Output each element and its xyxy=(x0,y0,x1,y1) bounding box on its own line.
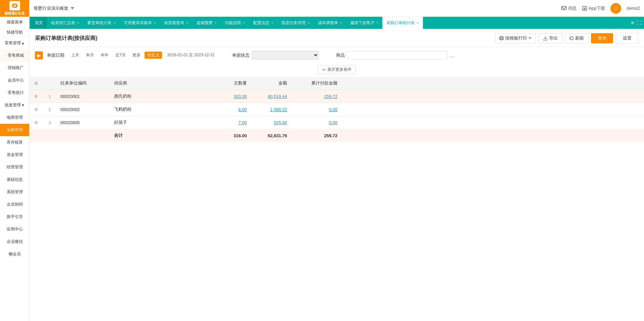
shortcut-more[interactable]: 更多 xyxy=(130,52,143,59)
row-amount-1[interactable]: 1,586.52 xyxy=(251,103,291,116)
sidebar-item-system[interactable]: 系统管理 xyxy=(0,186,29,198)
tab-inventory-ledger-close[interactable]: × xyxy=(154,21,156,25)
filter-goods-group: 商品 … xyxy=(336,51,455,59)
btn-template-print[interactable]: 按模板打印 xyxy=(495,33,536,43)
sidebar-item-retail[interactable]: 零售管理 ▲ xyxy=(0,37,29,49)
svg-rect-4 xyxy=(500,36,503,38)
tab-overstock[interactable]: 超储预警 × xyxy=(193,17,221,29)
status-select[interactable] xyxy=(252,51,319,60)
row-qty-2[interactable]: 7.00 xyxy=(211,116,251,129)
tfoot-index-col xyxy=(43,129,56,142)
logo-text: 畅捷通好生意 xyxy=(5,11,25,16)
tab-picking-task[interactable]: 拣货任务管理 × xyxy=(277,17,314,29)
tab-expiry-query-label: 保质期查询 xyxy=(164,20,184,26)
row-amount-0[interactable]: 60,519.44 xyxy=(251,90,291,103)
sidebar-item-member[interactable]: 会员中心 xyxy=(0,74,29,87)
row-supplier-code-0: 00020001 xyxy=(56,90,110,103)
shortcut-last-month[interactable]: 上月 xyxy=(68,52,82,59)
tab-invite-downstream[interactable]: 邀请下游客户 × xyxy=(346,17,382,29)
sidebar-item-ecommerce[interactable]: 电商管理 xyxy=(0,111,29,124)
btn-expand-filters[interactable]: 展开更多条件 xyxy=(318,65,356,74)
tab-picking-task-close[interactable]: × xyxy=(308,21,310,25)
topbar: 母婴行业演示账套 消息 App下载 D xyxy=(30,0,644,17)
btn-refresh[interactable]: 刷新 xyxy=(565,33,588,43)
btn-export[interactable]: 导出 xyxy=(539,33,562,43)
tab-home[interactable]: 首页 xyxy=(31,17,47,29)
row-settings-0[interactable]: ⚙ xyxy=(30,90,43,103)
shortcut-this-year[interactable]: 本年 xyxy=(98,52,111,59)
tab-func-desc-close[interactable]: × xyxy=(243,21,245,25)
tab-close-all-icon[interactable]: ✕ xyxy=(631,20,635,25)
goods-more-icon[interactable]: … xyxy=(449,52,455,58)
sidebar-item-purchase[interactable]: 采购管理 xyxy=(0,124,29,136)
filter-collapse-toggle[interactable]: ▶ xyxy=(35,51,43,59)
sidebar-item-retail-stat[interactable]: 零售统计 xyxy=(0,87,29,99)
row-settings-1[interactable]: ⚙ xyxy=(30,103,43,116)
svg-rect-5 xyxy=(500,39,503,40)
sidebar-item-wechat[interactable]: 企业微信 xyxy=(0,235,29,248)
row-qty-1[interactable]: 6.00 xyxy=(211,103,251,116)
tab-config-info[interactable]: 配置信息 × xyxy=(249,17,277,29)
sidebar-item-vip[interactable]: 畅会员 xyxy=(0,248,29,260)
user-avatar[interactable]: D xyxy=(610,3,621,14)
row-amount-2[interactable]: 525.80 xyxy=(251,116,291,129)
tab-purchase-stat[interactable]: 要货单统计表 × xyxy=(83,17,119,29)
date-shortcuts: 上月 本月 本年 近7天 更多 自定义 xyxy=(68,52,162,59)
th-settings[interactable]: ⚙ xyxy=(30,77,43,90)
page-header-actions: 按模板打印 导出 刷新 xyxy=(495,33,639,44)
sidebar-item-inventory[interactable]: 库存核算 xyxy=(0,136,29,149)
user-avatar-text: D xyxy=(614,6,618,11)
row-paid-2[interactable]: 0.00 xyxy=(291,116,341,129)
btn-settings[interactable]: 设置 xyxy=(616,33,639,44)
workspace-dropdown-icon[interactable] xyxy=(70,7,74,10)
btn-query[interactable]: 查询 xyxy=(591,33,613,43)
shortcut-custom[interactable]: 自定义 xyxy=(145,52,162,59)
tab-receive-summary-label: 收发存汇总表 xyxy=(51,20,75,26)
tab-config-info-label: 配置信息 xyxy=(253,20,269,26)
tab-expiry-query-close[interactable]: × xyxy=(186,21,188,25)
sidebar-item-retail-shop[interactable]: 零售商城 xyxy=(0,49,29,62)
status-label: 单据状态 xyxy=(232,52,250,58)
main-area: 母婴行业演示账套 消息 App下载 D xyxy=(30,0,644,321)
sidebar-item-marketing[interactable]: 营销推广 xyxy=(0,62,29,74)
shortcut-this-month[interactable]: 本月 xyxy=(83,52,97,59)
row-paid-0[interactable]: 259.72 xyxy=(291,90,341,103)
tabbar-actions: ✕ ⛶ xyxy=(631,20,643,25)
table-footer-row: 合计 316.00 62,631.76 259.72 xyxy=(30,129,644,142)
message-icon-area[interactable]: 消息 xyxy=(561,5,577,11)
sidebar-item-enterprise[interactable]: 企业协同 xyxy=(0,198,29,211)
tab-func-desc[interactable]: 功能说明 × xyxy=(221,17,249,29)
row-supplier-name-2: 好孩子 xyxy=(110,116,211,129)
tab-config-info-close[interactable]: × xyxy=(271,21,273,25)
tab-receive-summary[interactable]: 收发存汇总表 × xyxy=(47,17,83,29)
tab-purchase-stat-close[interactable]: × xyxy=(113,21,115,25)
row-settings-2[interactable]: ⚙ xyxy=(30,116,43,129)
expand-filters-label: 展开更多条件 xyxy=(327,67,352,72)
row-paid-1[interactable]: 0.00 xyxy=(291,103,341,116)
tab-overstock-close[interactable]: × xyxy=(215,21,217,25)
tab-purchase-order-stat-close[interactable]: × xyxy=(417,21,419,25)
tab-receive-summary-close[interactable]: × xyxy=(77,21,79,25)
sidebar-item-basic[interactable]: 基础信息 xyxy=(0,173,29,186)
sidebar-logo: 畅捷通好生意 xyxy=(0,0,29,17)
sidebar-item-operations[interactable]: 经营管理 xyxy=(0,161,29,173)
goods-input[interactable] xyxy=(347,51,447,59)
sidebar-item-appstore[interactable]: 应用中心 xyxy=(0,223,29,235)
sidebar-item-wholesale[interactable]: 批发管理 ▼ xyxy=(0,99,29,111)
tab-maximize-icon[interactable]: ⛶ xyxy=(637,20,641,25)
sidebar-item-newbie[interactable]: 新手引导 xyxy=(0,211,29,223)
tab-inventory-ledger[interactable]: 可用量库存账本 × xyxy=(120,17,160,29)
sidebar-item-search[interactable]: 搜索英单 xyxy=(0,17,29,28)
row-qty-0[interactable]: 303.00 xyxy=(211,90,251,103)
app-download-area[interactable]: App下载 xyxy=(582,5,605,11)
shortcut-7days[interactable]: 近7天 xyxy=(113,52,128,59)
tab-cost-adjust[interactable]: 成本调整单 × xyxy=(314,17,346,29)
tab-purchase-order-stat[interactable]: 采购订单统计表 × xyxy=(382,17,423,29)
tab-invite-downstream-close[interactable]: × xyxy=(376,21,378,25)
template-dropdown-icon xyxy=(528,37,532,39)
sidebar-item-quicknav[interactable]: 快捷导航 xyxy=(0,28,29,37)
sidebar-item-finance[interactable]: 资金管理 xyxy=(0,149,29,161)
tab-cost-adjust-close[interactable]: × xyxy=(340,21,342,25)
user-name[interactable]: demo2 xyxy=(627,6,640,11)
tab-expiry-query[interactable]: 保质期查询 × xyxy=(160,17,192,29)
